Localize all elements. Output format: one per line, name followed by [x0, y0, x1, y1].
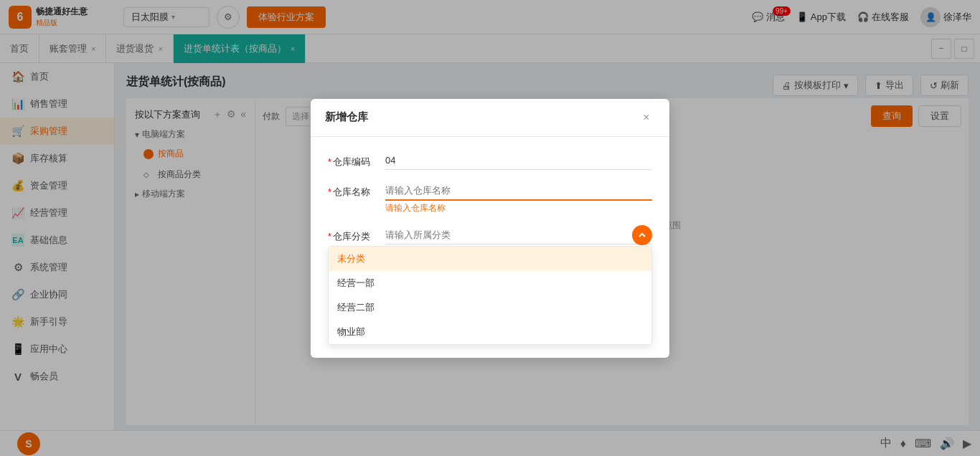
dropdown-item-dept2[interactable]: 经营二部	[329, 295, 651, 320]
category-arrow-button[interactable]	[632, 225, 652, 245]
name-label: 仓库名称	[328, 181, 385, 199]
category-input[interactable]	[385, 226, 652, 244]
dropdown-item-dept3[interactable]: 物业部	[329, 320, 651, 344]
dialog-body: 仓库编码 仓库名称 请输入仓库名称 仓库分类	[311, 137, 669, 313]
form-row-name: 仓库名称 请输入仓库名称	[328, 181, 652, 214]
dialog-header: 新增仓库 ×	[311, 99, 669, 137]
chevron-up-icon	[638, 231, 646, 239]
dropdown-item-dept1[interactable]: 经营一部	[329, 271, 651, 295]
dialog-close-button[interactable]: ×	[638, 109, 655, 126]
dialog-title: 新增仓库	[325, 110, 368, 124]
dialog-overlay: 新增仓库 × 仓库编码 仓库名称 请输入仓库名称 仓库分类	[0, 0, 980, 456]
code-input[interactable]	[385, 151, 652, 170]
category-dropdown: 未分类 经营一部 经营二部 物业部	[328, 246, 652, 345]
name-error-tip: 请输入仓库名称	[385, 202, 652, 214]
category-select-wrapper	[385, 226, 652, 244]
category-label: 仓库分类	[328, 226, 385, 243]
form-row-category: 仓库分类 未分类 经营一部 经营二部	[328, 226, 652, 244]
dropdown-item-uncategorized[interactable]: 未分类	[329, 247, 651, 271]
form-row-code: 仓库编码	[328, 151, 652, 170]
name-input[interactable]	[385, 181, 652, 201]
warehouse-dialog: 新增仓库 × 仓库编码 仓库名称 请输入仓库名称 仓库分类	[311, 99, 669, 358]
code-label: 仓库编码	[328, 151, 385, 168]
